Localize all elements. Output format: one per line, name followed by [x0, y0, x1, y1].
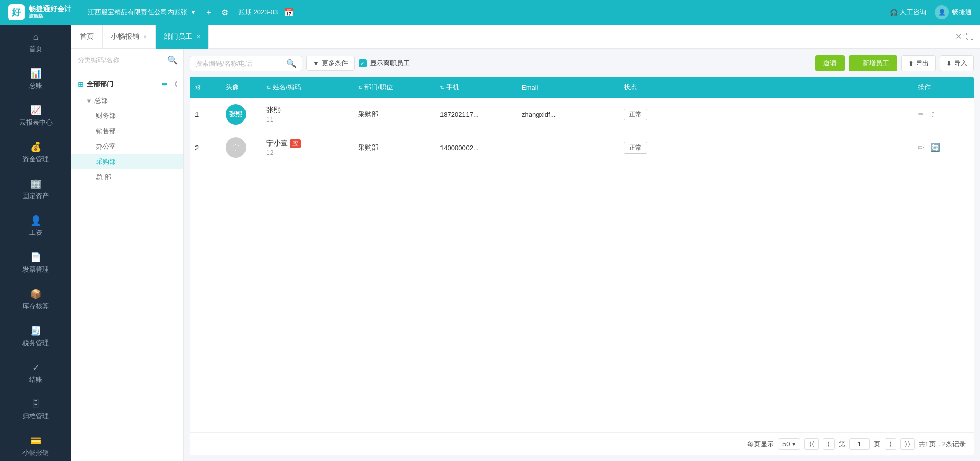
dept-node-label: 总部 — [94, 96, 108, 105]
expense-icon: 💳 — [30, 435, 41, 446]
sidebar-item-label: 归档管理 — [22, 411, 49, 421]
dept-caiwu-label: 财务部 — [96, 111, 116, 120]
page-size-chevron: ▾ — [792, 440, 796, 448]
search-icon: 🔍 — [286, 59, 297, 68]
logo-icon: 好 — [8, 4, 24, 20]
tab-expense-close-icon[interactable]: × — [143, 33, 147, 40]
logout-icon-1[interactable]: ⤴ — [930, 110, 935, 119]
th-action: 操作 — [913, 77, 974, 98]
td-index-2: 2 — [190, 138, 220, 158]
sidebar-item-asset[interactable]: 🏢 固定资产 — [0, 171, 71, 208]
th-email: Email — [517, 77, 619, 98]
sidebar-item-report[interactable]: 📈 云报表中心 — [0, 98, 71, 134]
td-status-2: 正常 — [619, 136, 913, 160]
td-action-1: ✏ ⤴ — [913, 104, 974, 125]
tab-home[interactable]: 首页 — [71, 25, 103, 49]
sidebar-item-home[interactable]: ⌂ 首页 — [0, 25, 71, 61]
delete-icon-2[interactable]: 🔄 — [930, 143, 940, 152]
tab-close-window-button[interactable]: ✕ — [955, 32, 962, 41]
employee-code-1: 11 — [266, 116, 281, 123]
td-phone-1: 187202117... — [435, 105, 517, 125]
sidebar-item-invoice[interactable]: 📄 发票管理 — [0, 245, 71, 281]
import-button[interactable]: ⬇ 导入 — [940, 55, 974, 71]
service-button[interactable]: 🎧 人工咨询 — [890, 8, 926, 17]
tab-fullscreen-button[interactable]: ⛶ — [966, 32, 974, 41]
sidebar-item-expense[interactable]: 💳 小畅报销 — [0, 428, 71, 461]
add-employee-button[interactable]: + 新增员工 — [849, 55, 897, 71]
inventory-icon: 📦 — [30, 288, 41, 300]
tab-expense[interactable]: 小畅报销 × — [103, 25, 156, 49]
page-size-select[interactable]: 50 ▾ — [778, 438, 800, 450]
td-status-1: 正常 — [619, 103, 913, 127]
page-next-button[interactable]: ⟩ — [885, 438, 896, 450]
tab-dept[interactable]: 部门员工 × — [156, 25, 209, 49]
page-size-label: 每页显示 — [747, 440, 774, 449]
sidebar-item-close[interactable]: ✓ 结账 — [0, 355, 71, 392]
td-email-1: zhangxidf... — [517, 105, 619, 125]
action-icons-2: ✏ 🔄 — [918, 143, 940, 152]
edit-icon-2[interactable]: ✏ — [918, 143, 924, 152]
dept-all-item[interactable]: ⊞ 全部部门 ✏ 《 — [71, 76, 183, 93]
dept-edit-icon[interactable]: ✏ — [162, 80, 168, 88]
company-selector[interactable]: 江西服宝精品有限责任公司内账张 ▼ — [88, 8, 197, 17]
calendar-icon[interactable]: 📅 — [282, 6, 296, 19]
dept-search-input[interactable] — [78, 56, 163, 64]
left-panel: 🔍 ⊞ 全部部门 ✏ 《 ▼ 总部 财务部 — [71, 49, 184, 461]
dept-node-bangong[interactable]: 办公室 — [71, 139, 183, 154]
dept-node-caigou[interactable]: 采购部 — [71, 154, 183, 169]
th-dept[interactable]: ⇅ 部门/职位 — [353, 77, 435, 98]
sidebar-item-tax[interactable]: 🧾 税务管理 — [0, 318, 71, 355]
action-icons-1: ✏ ⤴ — [918, 110, 935, 119]
sidebar-item-label: 固定资产 — [22, 191, 49, 201]
collapse-icon[interactable]: 《 — [171, 80, 177, 89]
dept-node-caiwu[interactable]: 财务部 — [71, 108, 183, 124]
edit-icon-1[interactable]: ✏ — [918, 110, 924, 119]
dept-node-xiaoshou[interactable]: 销售部 — [71, 124, 183, 139]
sort-dept-icon: ⇅ — [358, 85, 362, 90]
th-phone[interactable]: ⇅ 手机 — [435, 77, 517, 98]
sidebar-item-payroll[interactable]: 👤 工资 — [0, 208, 71, 245]
logo-text: 畅捷通好会计 旗舰版 — [29, 5, 71, 20]
td-phone-2: 140000002... — [435, 138, 517, 158]
fund-icon: 💰 — [30, 141, 41, 153]
more-filter-button[interactable]: ▼ 更多条件 — [306, 56, 355, 71]
sidebar-item-ledger[interactable]: 📊 总账 — [0, 61, 71, 98]
dept-tree: ⊞ 全部部门 ✏ 《 ▼ 总部 财务部 销售部 — [71, 71, 183, 461]
dept-zongbu2-label: 总 部 — [96, 173, 111, 182]
sidebar-item-fund[interactable]: 💰 资金管理 — [0, 134, 71, 171]
employee-code-2: 12 — [266, 149, 301, 156]
page-label: 页 — [874, 440, 880, 449]
dept-search-icon[interactable]: 🔍 — [167, 55, 178, 65]
th-status-label: 状态 — [624, 83, 637, 92]
dept-node-zongbu[interactable]: ▼ 总部 — [71, 93, 183, 108]
sidebar-item-label: 结账 — [29, 375, 42, 384]
th-index: ⚙ — [190, 77, 220, 98]
th-name[interactable]: ⇅ 姓名/编码 — [261, 77, 353, 98]
page-number-input[interactable] — [849, 438, 870, 450]
th-phone-label: 手机 — [446, 83, 459, 92]
export-button[interactable]: ⬆ 导出 — [901, 55, 936, 71]
sidebar-item-inventory[interactable]: 📦 库存核算 — [0, 281, 71, 318]
settings-col-icon[interactable]: ⚙ — [195, 84, 201, 91]
sort-phone-icon: ⇅ — [440, 85, 444, 90]
employee-search-wrap: 🔍 — [190, 56, 302, 71]
employee-search-input[interactable] — [195, 60, 283, 67]
page-content: 🔍 ⊞ 全部部门 ✏ 《 ▼ 总部 财务部 — [71, 49, 980, 461]
dept-node-zongbu2[interactable]: 总 部 — [71, 169, 183, 185]
sidebar-item-label: 云报表中心 — [19, 118, 53, 127]
th-email-label: Email — [522, 84, 538, 91]
table-row: 2 宁 宁小壹 应 12 — [190, 131, 974, 164]
show-resigned-toggle[interactable]: ✓ 显示离职员工 — [359, 59, 410, 68]
page-last-button[interactable]: ⟩⟩ — [900, 438, 915, 450]
page-prev-button[interactable]: ⟨ — [823, 438, 835, 450]
import-icon: ⬇ — [946, 60, 952, 67]
invite-button[interactable]: 邀请 — [815, 55, 845, 71]
page-first-button[interactable]: ⟨⟨ — [804, 438, 819, 450]
resigned-checkbox: ✓ — [359, 59, 367, 67]
tab-dept-close-icon[interactable]: × — [197, 33, 200, 40]
table-header: ⚙ 头像 ⇅ 姓名/编码 ⇅ 部门/职位 — [190, 77, 974, 98]
settings-icon[interactable]: ⚙ — [219, 6, 230, 19]
add-button[interactable]: ＋ — [203, 5, 215, 20]
sidebar-item-archive[interactable]: 🗄 归档管理 — [0, 392, 71, 428]
th-name-label: 姓名/编码 — [273, 83, 301, 92]
